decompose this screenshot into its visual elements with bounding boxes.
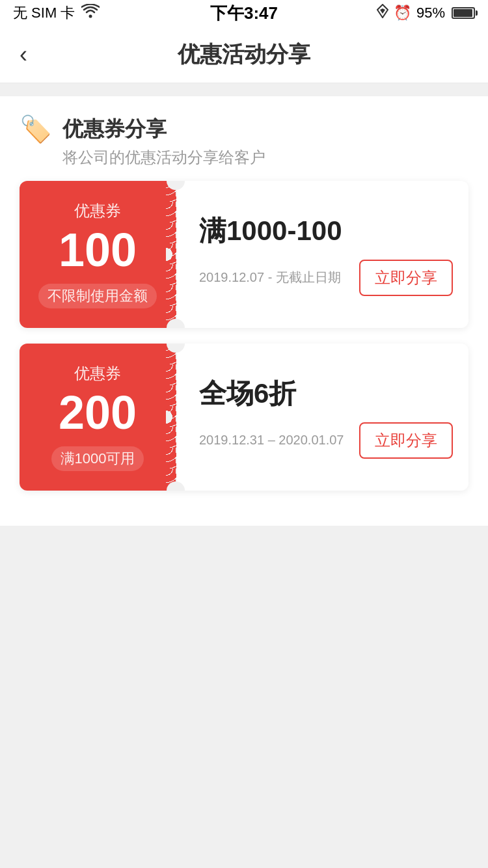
battery-icon [452,7,475,19]
wifi-icon [81,4,100,22]
status-time: 下午3:47 [210,2,278,25]
coupon-left-1: 优惠券 200 满1000可用 [20,344,176,491]
share-button[interactable]: 立即分享 [359,260,453,296]
coupon-separator [176,181,177,328]
status-bar: 无 SIM 卡 下午3:47 ⏰ 95% [0,0,488,26]
carrier-text: 无 SIM 卡 [13,3,75,23]
page-title: 优惠活动分享 [178,40,310,70]
back-button[interactable]: ‹ [20,41,27,68]
coupon-date: 2019.12.31 – 2020.01.07 [199,433,353,448]
section-header: 🏷️ 优惠券分享 将公司的优惠活动分享给客户 [0,96,488,181]
coupon-card: 优惠券 200 满1000可用 全场6折 2019.12.31 – 2020.0… [20,344,468,491]
section-text: 优惠券分享 将公司的优惠活动分享给客户 [62,116,265,168]
coupon-separator [176,344,177,491]
coupon-condition: 不限制使用金额 [38,284,157,308]
coupon-bottom-row: 2019.12.31 – 2020.01.07 立即分享 [199,422,453,459]
section-gap [0,83,488,96]
share-button[interactable]: 立即分享 [359,422,453,459]
coupon-right-1: 全场6折 2019.12.31 – 2020.01.07 立即分享 [176,344,468,491]
status-left: 无 SIM 卡 [13,3,100,23]
section-subtitle: 将公司的优惠活动分享给客户 [62,147,265,168]
status-right: ⏰ 95% [377,4,475,22]
coupon-card: 优惠券 100 不限制使用金额 满1000-100 2019.12.07 - 无… [20,181,468,328]
svg-point-0 [89,15,92,18]
coupon-left-0: 优惠券 100 不限制使用金额 [20,181,176,328]
coupon-tag: 优惠券 [74,200,121,221]
coupon-icon: 🏷️ [20,116,52,142]
coupon-bottom-row: 2019.12.07 - 无截止日期 立即分享 [199,260,453,296]
nav-bar: ‹ 优惠活动分享 [0,26,488,83]
battery-percent: 95% [416,5,445,21]
location-icon [377,4,388,22]
coupon-value: 200 [59,389,137,436]
coupon-date: 2019.12.07 - 无截止日期 [199,269,353,286]
section-title: 优惠券分享 [62,116,265,143]
coupon-name: 满1000-100 [199,213,453,249]
coupon-list: 优惠券 100 不限制使用金额 满1000-100 2019.12.07 - 无… [0,181,488,526]
coupon-name: 全场6折 [199,375,453,412]
coupon-tag: 优惠券 [74,363,121,384]
coupon-condition: 满1000可用 [51,446,144,471]
coupon-right-0: 满1000-100 2019.12.07 - 无截止日期 立即分享 [176,181,468,328]
empty-area [0,526,488,851]
coupon-value: 100 [59,226,137,273]
alarm-icon: ⏰ [394,5,411,21]
